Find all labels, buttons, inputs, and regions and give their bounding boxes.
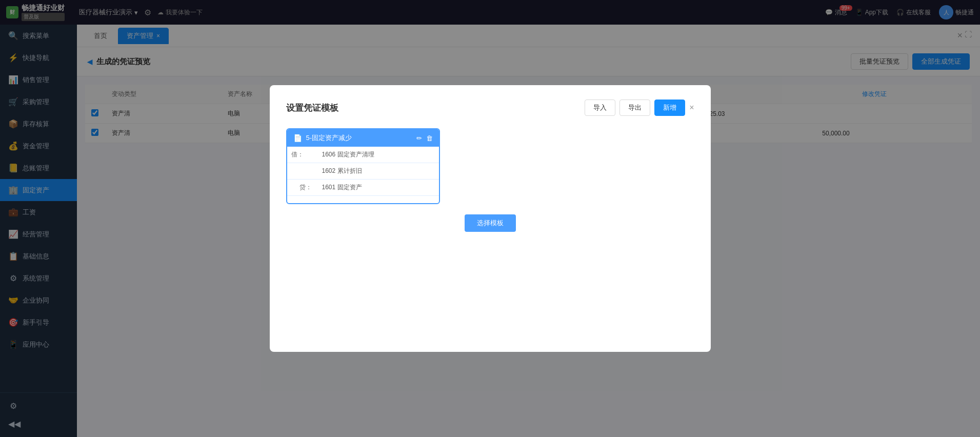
empty-cell bbox=[411, 196, 438, 204]
template-card: 📄 5-固定资产减少 ✏ 🗑 借： 1606 固定资产清理 bbox=[286, 128, 440, 204]
template-card-actions: ✏ 🗑 bbox=[416, 134, 433, 142]
modal-title: 设置凭证模板 bbox=[286, 102, 338, 114]
debit-amount bbox=[384, 163, 411, 180]
modal-toolbar: 导入 导出 新增 bbox=[585, 100, 685, 116]
modal-overlay: 设置凭证模板 导入 导出 新增 × 📄 5-固定资产减少 bbox=[0, 0, 980, 437]
account-code-1606: 1606 固定资产清理 bbox=[317, 147, 385, 163]
template-name: 5-固定资产减少 bbox=[306, 133, 352, 143]
template-row: 1602 累计折旧 bbox=[287, 163, 439, 180]
debit-amount bbox=[384, 147, 411, 163]
credit-amount bbox=[411, 180, 438, 196]
account-code-1602: 1602 累计折旧 bbox=[317, 163, 385, 180]
credit-label: 贷： bbox=[287, 180, 317, 196]
modal-header: 设置凭证模板 导入 导出 新增 × bbox=[286, 100, 694, 116]
template-row: 贷： 1601 固定资产 bbox=[287, 180, 439, 196]
debit-amount bbox=[384, 180, 411, 196]
template-footer: 选择模板 bbox=[286, 204, 694, 242]
import-btn[interactable]: 导入 bbox=[585, 100, 615, 116]
set-template-modal: 设置凭证模板 导入 导出 新增 × 📄 5-固定资产减少 bbox=[270, 85, 711, 352]
empty-cell bbox=[287, 196, 317, 204]
template-empty-row bbox=[287, 196, 439, 204]
template-delete-icon[interactable]: 🗑 bbox=[426, 134, 433, 142]
empty-cell bbox=[317, 196, 385, 204]
modal-header-right: 导入 导出 新增 × bbox=[585, 100, 694, 116]
template-card-header: 📄 5-固定资产减少 ✏ 🗑 bbox=[287, 129, 439, 147]
credit-amount bbox=[411, 163, 438, 180]
new-btn[interactable]: 新增 bbox=[654, 100, 685, 116]
empty-type bbox=[287, 163, 317, 180]
credit-amount bbox=[411, 147, 438, 163]
modal-close-btn[interactable]: × bbox=[689, 103, 694, 112]
template-table: 借： 1606 固定资产清理 1602 累计折旧 贷： 1601 固定资产 bbox=[287, 147, 439, 203]
select-template-btn[interactable]: 选择模板 bbox=[465, 214, 516, 232]
template-card-header-left: 📄 5-固定资产减少 bbox=[293, 133, 352, 143]
modal-body: 📄 5-固定资产减少 ✏ 🗑 借： 1606 固定资产清理 bbox=[286, 128, 694, 308]
account-code-1601: 1601 固定资产 bbox=[317, 180, 385, 196]
debit-label: 借： bbox=[287, 147, 317, 163]
empty-cell bbox=[384, 196, 411, 204]
template-row: 借： 1606 固定资产清理 bbox=[287, 147, 439, 163]
template-file-icon: 📄 bbox=[293, 134, 302, 142]
template-edit-icon[interactable]: ✏ bbox=[416, 134, 422, 142]
export-btn[interactable]: 导出 bbox=[619, 100, 650, 116]
